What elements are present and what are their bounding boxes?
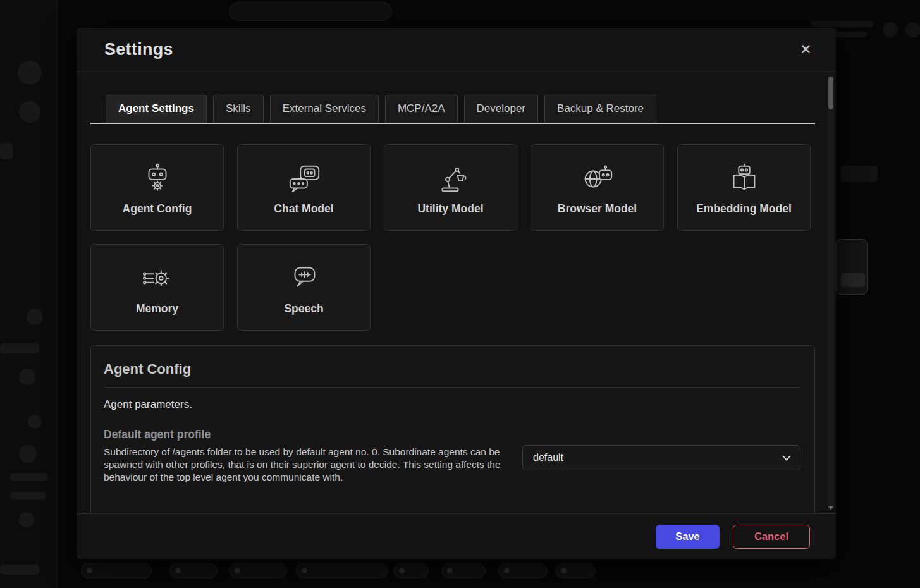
nav-card-agent-config[interactable]: Agent Config	[90, 144, 224, 231]
scrollbar-down-arrow-icon[interactable]	[828, 506, 833, 510]
dimmed-sidebar	[0, 0, 58, 588]
field-default-agent-profile: Default agent profile Subdirectory of /a…	[104, 428, 800, 484]
dimmed-ui-element	[0, 565, 39, 575]
dimmed-ui-element	[27, 309, 43, 325]
tab-bar: Agent Settings Skills External Services …	[90, 95, 815, 124]
dimmed-ui-element	[19, 445, 37, 463]
dimmed-toolbar-button	[169, 563, 218, 578]
field-text: Default agent profile Subdirectory of /a…	[104, 428, 508, 484]
tab-skills[interactable]: Skills	[213, 95, 264, 123]
nav-card-browser-model[interactable]: Browser Model	[531, 144, 664, 231]
section-subtitle: Agent parameters.	[104, 398, 800, 411]
dimmed-ui-element	[10, 492, 46, 499]
dimmed-ui-element	[10, 473, 48, 481]
dimmed-ui-element	[18, 61, 42, 85]
field-description: Subdirectory of /agents folder to be use…	[104, 446, 508, 484]
modal-scrollbar[interactable]	[828, 75, 834, 511]
tab-mcp-a2a[interactable]: MCP/A2A	[385, 95, 458, 123]
globe-robot-icon	[579, 160, 616, 197]
dimmed-toolbar-button	[81, 563, 152, 578]
nav-card-label: Chat Model	[274, 202, 333, 216]
nav-card-label: Utility Model	[417, 202, 483, 216]
circuit-gear-icon	[139, 260, 176, 297]
nav-card-label: Browser Model	[558, 202, 637, 216]
nav-card-label: Memory	[136, 302, 178, 315]
settings-modal: Settings ✕ Agent Settings Skills Externa…	[77, 28, 836, 559]
tab-external-services[interactable]: External Services	[270, 95, 379, 123]
modal-footer: Save Cancel	[77, 513, 836, 559]
save-button[interactable]: Save	[656, 525, 720, 549]
dimmed-toolbar-button	[229, 563, 287, 578]
nav-card-speech[interactable]: Speech	[237, 244, 371, 331]
dimmed-ui-element	[905, 22, 920, 37]
cancel-button[interactable]: Cancel	[733, 525, 810, 549]
robot-arm-icon	[432, 160, 469, 197]
dimmed-ui-element	[883, 22, 898, 37]
dimmed-toolbar-button	[498, 563, 548, 578]
select-value: default	[533, 452, 563, 463]
scrollbar-thumb[interactable]	[828, 77, 833, 109]
dimmed-ui-element	[0, 343, 39, 353]
nav-card-label: Embedding Model	[696, 202, 792, 216]
chevron-down-icon	[782, 455, 791, 461]
dimmed-toolbar-button	[296, 563, 388, 578]
nav-card-chat-model[interactable]: Chat Model	[237, 144, 371, 231]
nav-card-utility-model[interactable]: Utility Model	[384, 144, 517, 231]
robot-book-icon	[726, 160, 763, 197]
dimmed-ui-element	[28, 415, 42, 429]
chat-bubbles-robot-icon	[286, 160, 322, 197]
speech-bubble-icon	[286, 260, 322, 297]
dimmed-ui-element	[0, 143, 13, 159]
agent-config-section: Agent Config Agent parameters. Default a…	[90, 345, 815, 513]
section-divider	[104, 387, 800, 388]
dimmed-toolbar-button	[393, 563, 429, 578]
dimmed-toolbar-button	[555, 563, 596, 578]
robot-head-gear-icon	[139, 160, 176, 197]
dimmed-ui-element	[19, 101, 40, 123]
modal-title: Settings	[104, 40, 173, 59]
dimmed-ui-element	[19, 512, 34, 527]
section-title: Agent Config	[104, 361, 800, 377]
default-agent-profile-select[interactable]: default	[522, 445, 800, 470]
dimmed-ui-element	[841, 273, 865, 287]
dimmed-ui-element	[811, 21, 874, 27]
nav-card-label: Agent Config	[123, 202, 192, 216]
settings-nav-cards: Agent Config Chat Model	[90, 144, 815, 331]
close-icon[interactable]: ✕	[797, 40, 814, 59]
nav-card-label: Speech	[284, 302, 323, 315]
tab-backup-restore[interactable]: Backup & Restore	[544, 95, 656, 123]
dimmed-ui-element	[19, 369, 35, 385]
field-label: Default agent profile	[104, 428, 508, 441]
nav-card-embedding-model[interactable]: Embedding Model	[677, 144, 811, 231]
dimmed-ui-element	[841, 166, 878, 182]
tab-agent-settings[interactable]: Agent Settings	[106, 95, 207, 123]
modal-header: Settings ✕	[77, 28, 836, 72]
dimmed-notification	[229, 2, 392, 21]
tab-developer[interactable]: Developer	[464, 95, 539, 123]
nav-card-memory[interactable]: Memory	[90, 244, 224, 331]
modal-body: Agent Settings Skills External Services …	[77, 72, 836, 513]
dimmed-toolbar-button	[441, 563, 486, 578]
